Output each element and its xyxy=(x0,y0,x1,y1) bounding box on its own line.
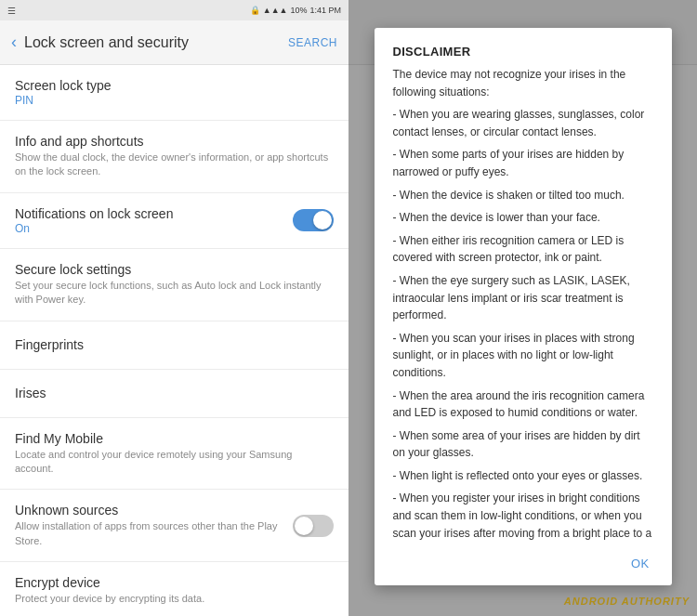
dialog-paragraph-8: - When the area around the iris recognit… xyxy=(393,387,653,422)
dialog-paragraph-10: - When light is reflected onto your eyes… xyxy=(393,467,653,485)
page-title: Lock screen and security xyxy=(24,34,288,51)
dialog-paragraph-4: - When the device is lower than your fac… xyxy=(393,209,653,227)
settings-item-unknown-sources[interactable]: Unknown sources Allow installation of ap… xyxy=(0,490,348,562)
dialog-body: The device may not recognize your irises… xyxy=(393,66,653,545)
settings-value-screen-lock-type: PIN xyxy=(15,94,334,107)
settings-item-find-my-mobile[interactable]: Find My Mobile Locate and control your d… xyxy=(0,418,348,491)
settings-item-screen-lock-type[interactable]: Screen lock type PIN xyxy=(0,65,348,121)
status-bar-left: ☰ 🔒 ▲▲▲ 10% 1:41 PM xyxy=(0,0,348,20)
dialog-content: DISCLAIMER The device may not recognize … xyxy=(375,28,672,545)
settings-item-fingerprints[interactable]: Fingerprints xyxy=(0,321,348,370)
battery-text: 10% xyxy=(290,6,307,15)
dialog-paragraph-6: - When the eye surgery such as LASIK, LA… xyxy=(393,272,653,324)
settings-title-fingerprints: Fingerprints xyxy=(15,337,334,352)
toggle-knob-unknown-sources xyxy=(295,517,313,535)
settings-title-screen-lock-type: Screen lock type xyxy=(15,78,334,93)
notification-icon: ☰ xyxy=(7,6,16,16)
settings-title-find-my-mobile: Find My Mobile xyxy=(15,431,334,446)
search-button[interactable]: SEARCH xyxy=(288,36,337,49)
dialog-paragraph-11: - When you register your irises in brigh… xyxy=(393,490,653,545)
left-panel: ☰ 🔒 ▲▲▲ 10% 1:41 PM ‹ Lock screen and se… xyxy=(0,0,348,616)
back-button[interactable]: ‹ xyxy=(11,33,17,52)
dialog-footer: OK xyxy=(375,545,672,585)
settings-item-secure-lock-settings[interactable]: Secure lock settings Set your secure loc… xyxy=(0,249,348,321)
dialog-paragraph-3: - When the device is shaken or tilted to… xyxy=(393,187,653,204)
dialog-paragraph-2: - When some parts of your irises are hid… xyxy=(393,146,653,180)
toggle-notifications-lock-screen[interactable] xyxy=(293,209,334,231)
dialog-overlay: DISCLAIMER The device may not recognize … xyxy=(348,0,697,616)
disclaimer-dialog: DISCLAIMER The device may not recognize … xyxy=(375,28,672,585)
settings-item-encrypt-device[interactable]: Encrypt device Protect your device by en… xyxy=(0,562,348,616)
toggle-knob-notifications-lock-screen xyxy=(313,211,332,229)
right-panel: DISCLAIMER The device may not recognize … xyxy=(348,0,697,616)
settings-subtitle-info-app-shortcuts: Show the dual clock, the device owner's … xyxy=(15,151,334,179)
settings-list: Screen lock type PIN Info and app shortc… xyxy=(0,65,348,616)
settings-subtitle-unknown-sources: Allow installation of apps from sources … xyxy=(15,519,293,548)
settings-title-unknown-sources: Unknown sources xyxy=(15,503,293,518)
watermark: ANDROID AUTHORITY xyxy=(564,596,690,607)
settings-item-info-app-shortcuts[interactable]: Info and app shortcuts Show the dual clo… xyxy=(0,121,348,193)
settings-title-notifications-lock-screen: Notifications on lock screen xyxy=(15,206,173,221)
status-bar-left-content: ☰ xyxy=(7,6,246,16)
settings-subtitle-encrypt-device: Protect your device by encrypting its da… xyxy=(15,592,334,606)
app-header: ‹ Lock screen and security SEARCH xyxy=(0,20,348,65)
settings-title-secure-lock-settings: Secure lock settings xyxy=(15,262,334,277)
status-icons: 🔒 ▲▲▲ 10% 1:41 PM xyxy=(250,6,341,15)
dialog-paragraph-5: - When either iris recognition camera or… xyxy=(393,232,653,267)
settings-subtitle-secure-lock-settings: Set your secure lock functions, such as … xyxy=(15,279,334,308)
toggle-unknown-sources[interactable] xyxy=(293,515,334,537)
dialog-paragraph-9: - When some area of your irises are hidd… xyxy=(393,427,653,462)
dialog-paragraph-1: - When you are wearing glasses, sunglass… xyxy=(393,106,653,140)
settings-title-info-app-shortcuts: Info and app shortcuts xyxy=(15,134,334,149)
settings-title-irises: Irises xyxy=(15,386,334,400)
dialog-paragraph-0: The device may not recognize your irises… xyxy=(393,66,653,100)
settings-title-encrypt-device: Encrypt device xyxy=(15,575,334,590)
settings-value-notifications-lock-screen: On xyxy=(15,222,173,235)
settings-subtitle-find-my-mobile: Locate and control your device remotely … xyxy=(15,448,334,477)
dialog-ok-button[interactable]: OK xyxy=(624,553,656,574)
settings-item-notifications-lock-screen[interactable]: Notifications on lock screen On xyxy=(0,193,348,249)
signal-icon: ▲▲▲ xyxy=(263,6,288,15)
time-display: 1:41 PM xyxy=(309,6,341,15)
settings-item-irises[interactable]: Irises xyxy=(0,370,348,418)
dialog-title: DISCLAIMER xyxy=(393,45,653,59)
secure-icon: 🔒 xyxy=(250,6,260,15)
dialog-paragraph-7: - When you scan your irises in places wi… xyxy=(393,330,653,382)
